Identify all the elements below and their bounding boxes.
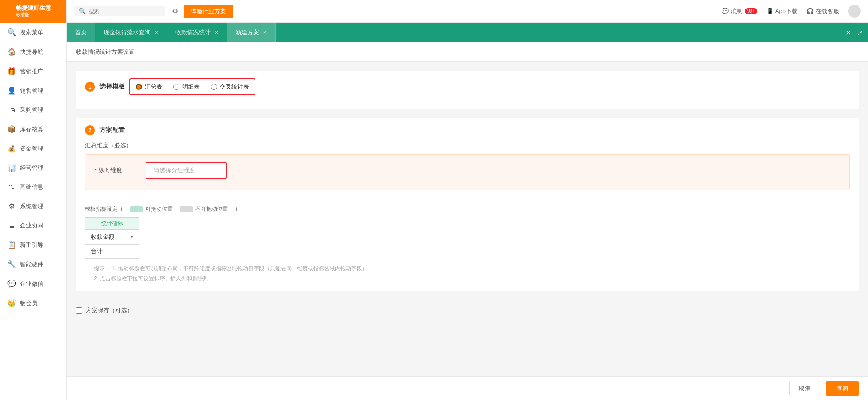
box-icon: 📦 [7,125,16,133]
radio-cross-input[interactable] [211,84,217,90]
dimension-arrow: —— [127,167,140,174]
download-item[interactable]: 📱 App下载 [766,7,797,15]
tab-new-plan[interactable]: 新建方案 ✕ [227,23,276,42]
sidebar-item-operation[interactable]: 📊 经营管理 [0,158,66,178]
hardware-icon: 🔧 [7,260,16,268]
sidebar-item-search[interactable]: 🔍 搜索菜单 [0,23,66,42]
query-button[interactable]: 查询 [826,381,859,396]
service-item[interactable]: 🎧 在线客服 [807,7,839,15]
service-label: 在线客服 [816,7,839,15]
download-icon: 📱 [766,8,774,14]
sidebar-item-member[interactable]: 👑 畅会员 [0,293,66,313]
dimension-row: * 纵向维度 —— 请选择分组维度 [94,162,840,179]
cancel-button[interactable]: 取消 [789,381,820,396]
tabbar-actions: ✕ ⤢ [844,27,868,39]
search-input[interactable] [89,8,152,14]
money-icon: 💰 [7,144,16,153]
search-icon: 🔍 [7,28,16,37]
logo-sub: 标准版 [16,12,51,18]
sidebar-item-newbie[interactable]: 📋 新手引导 [0,235,66,254]
sidebar-logo: 畅捷通好生意 标准版 [0,0,66,23]
sidebar-item-label: 营销推广 [20,67,43,75]
settings-icon[interactable]: ⚙ [172,7,178,15]
sidebar-item-inventory[interactable]: 📦 库存核算 [0,119,66,139]
radio-detail[interactable]: 明细表 [173,83,200,91]
folder-icon: 🗂 [7,183,16,191]
sidebar-item-label: 经营管理 [20,164,43,172]
dimension-selector[interactable]: 请选择分组维度 [146,162,227,179]
breadcrumb: 收款情况统计方案设置 [67,42,868,62]
receipt-stat-tab-label: 收款情况统计 [175,28,211,37]
sidebar-item-capital[interactable]: 💰 资金管理 [0,139,66,158]
non-draggable-legend: 不可拖动位置 [180,205,228,213]
dimension-section-label: 汇总维度（必选） [85,141,850,150]
sidebar-item-label: 资金管理 [20,145,43,153]
sidebar-item-marketing[interactable]: 🎁 营销推广 [0,61,66,81]
indicator-settings: 模板指标设定（ 可拖动位置 不可拖动位置 ） 统计指标 [85,205,850,259]
radio-summary-input[interactable] [136,84,142,90]
radio-cross-label: 交叉统计表 [220,83,249,91]
required-mark: * [94,167,97,174]
sidebar-item-quick-nav[interactable]: 🏠 快捷导航 [0,42,66,61]
tabbar: 首页 现金银行流水查询 ✕ 收款情况统计 ✕ 新建方案 ✕ ✕ ⤢ [67,23,868,42]
sidebar-item-sales[interactable]: 👤 销售管理 [0,81,66,100]
notice-item[interactable]: 💬 消息 99+ [722,7,757,15]
tab-receipt-stat[interactable]: 收款情况统计 ✕ [167,23,227,42]
sidebar-item-system[interactable]: ⚙ 系统管理 [0,197,66,216]
notice-icon: 💬 [722,8,729,14]
indicator-cell-total: 合计 [85,244,139,259]
search-box[interactable]: 🔍 [74,6,165,16]
non-draggable-label: 不可拖动位置 [195,205,228,213]
step1-header: 1 选择模板 汇总表 明细表 交叉统计表 [85,78,850,95]
sidebar-item-label: 快捷导航 [20,48,43,56]
tip-line1: 提示： 1. 拖动标题栏可以调整布局，不可跨维度或指标区域拖动目字段（只能在同一… [94,264,841,274]
indicator-label-total: 合计 [91,247,103,255]
radio-summary-label: 汇总表 [145,83,162,91]
radio-cross[interactable]: 交叉统计表 [211,83,249,91]
indicator-section-close: ） [235,205,241,213]
step1-section: 1 选择模板 汇总表 明细表 交叉统计表 [76,71,859,109]
save-option: 方案保存（可选） [67,300,868,321]
search-icon: 🔍 [79,8,86,14]
tips-area: 提示： 1. 拖动标题栏可以调整布局，不可跨维度或指标区域拖动目字段（只能在同一… [85,259,850,283]
radio-detail-input[interactable] [173,84,179,90]
step1-number: 1 [85,82,95,92]
radio-summary[interactable]: 汇总表 [136,83,162,91]
sidebar-item-wechat[interactable]: 💬 企业微信 [0,274,66,293]
tab-home[interactable]: 首页 [67,23,95,42]
sidebar-item-label: 企业微信 [20,280,43,288]
home-tab-label: 首页 [75,28,87,37]
tab-close-new-plan[interactable]: ✕ [263,29,267,36]
indicator-legend: 模板指标设定（ 可拖动位置 不可拖动位置 ） [85,205,850,213]
sidebar-item-hardware[interactable]: 🔧 智能硬件 [0,254,66,274]
indicator-grid: 统计指标 收款金额 ▾ 合计 [85,217,850,259]
sidebar-item-label: 基础信息 [20,183,43,191]
bank-flow-tab-label: 现金银行流水查询 [104,28,151,37]
radio-detail-label: 明细表 [182,83,200,91]
sidebar-item-enterprise[interactable]: 🖥 企业协同 [0,216,66,235]
trial-button[interactable]: 体验行业方案 [184,5,233,18]
notice-badge: 99+ [745,8,757,14]
avatar[interactable] [848,5,861,18]
dimension-subsection: 汇总维度（必选） * 纵向维度 —— 请选择分组维度 [85,141,850,190]
save-checkbox[interactable] [76,307,82,314]
sidebar-item-basic-info[interactable]: 🗂 基础信息 [0,178,66,197]
logo-text: 畅捷通好生意 [16,5,51,12]
tab-close-all-button[interactable]: ✕ [844,27,853,39]
draggable-label: 可拖动位置 [146,205,173,213]
new-plan-tab-label: 新建方案 [236,28,259,37]
tab-close-receipt-stat[interactable]: ✕ [214,29,219,36]
tab-bank-flow[interactable]: 现金银行流水查询 ✕ [95,23,167,42]
indicator-cell-amount[interactable]: 收款金额 ▾ [85,230,139,244]
notice-label: 消息 [731,7,742,15]
monitor-icon: 🖥 [7,221,16,230]
tab-close-bank-flow[interactable]: ✕ [154,29,159,36]
sidebar-item-label: 新手引导 [20,241,43,249]
vertical-dimension-label: * 纵向维度 [94,166,122,174]
sidebar-item-label: 企业协同 [20,221,43,230]
sidebar-item-purchase[interactable]: 🛍 采购管理 [0,100,66,119]
tab-maximize-button[interactable]: ⤢ [855,27,864,39]
sidebar-item-label: 库存核算 [20,125,43,133]
main-area: 🔍 ⚙ 体验行业方案 💬 消息 99+ 📱 App下载 🎧 在线客服 首页 [67,0,868,400]
service-icon: 🎧 [807,8,814,14]
